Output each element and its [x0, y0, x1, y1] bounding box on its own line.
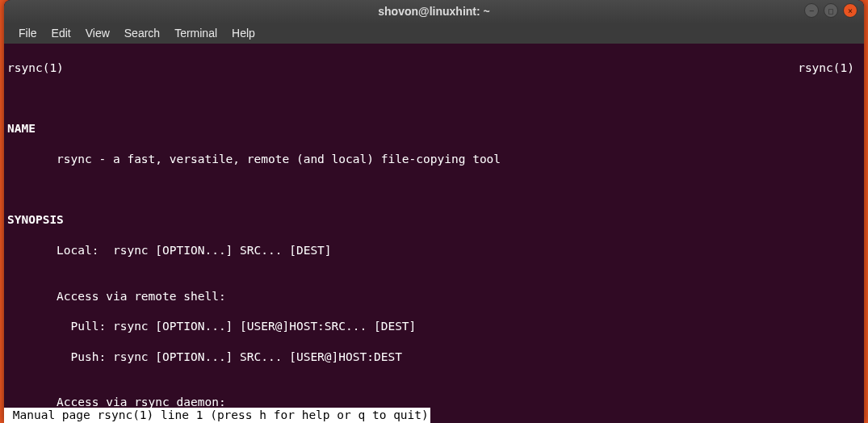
window-title: shovon@linuxhint: ~	[378, 5, 489, 18]
name-line: rsync - a fast, versatile, remote (and l…	[7, 152, 861, 167]
menu-view[interactable]: View	[79, 24, 116, 42]
terminal-viewport[interactable]: rsync(1)rsync(1) NAME rsync - a fast, ve…	[4, 44, 864, 423]
menu-help[interactable]: Help	[225, 24, 262, 42]
section-heading-synopsis: SYNOPSIS	[7, 212, 861, 228]
window-controls: − □ ×	[804, 3, 858, 18]
minimize-icon: −	[809, 6, 814, 15]
minimize-button[interactable]: −	[804, 3, 819, 18]
man-header-row: rsync(1)rsync(1)	[7, 61, 861, 76]
synopsis-line: Access via remote shell:	[7, 289, 861, 304]
man-status-line: Manual page rsync(1) line 1 (press h for…	[4, 408, 430, 423]
blank-line	[7, 91, 861, 107]
section-heading-name: NAME	[7, 121, 861, 136]
menu-search[interactable]: Search	[118, 24, 166, 42]
man-header-left: rsync(1)	[7, 61, 64, 76]
close-icon: ×	[848, 6, 853, 15]
synopsis-line: Local: rsync [OPTION...] SRC... [DEST]	[7, 243, 861, 258]
menu-edit[interactable]: Edit	[45, 24, 78, 42]
close-button[interactable]: ×	[843, 3, 858, 18]
synopsis-line: Push: rsync [OPTION...] SRC... [USER@]HO…	[7, 350, 861, 365]
maximize-icon: □	[828, 6, 833, 15]
menu-terminal[interactable]: Terminal	[168, 24, 224, 42]
menu-file[interactable]: File	[12, 24, 44, 42]
titlebar[interactable]: shovon@linuxhint: ~ − □ ×	[4, 0, 864, 23]
maximize-button[interactable]: □	[824, 3, 838, 18]
synopsis-line: Pull: rsync [OPTION...] [USER@]HOST:SRC.…	[7, 319, 861, 334]
man-header-right: rsync(1)	[798, 61, 854, 76]
blank-line	[7, 182, 861, 198]
menubar: File Edit View Search Terminal Help	[4, 23, 864, 44]
terminal-window: shovon@linuxhint: ~ − □ × File Edit View…	[4, 0, 864, 423]
